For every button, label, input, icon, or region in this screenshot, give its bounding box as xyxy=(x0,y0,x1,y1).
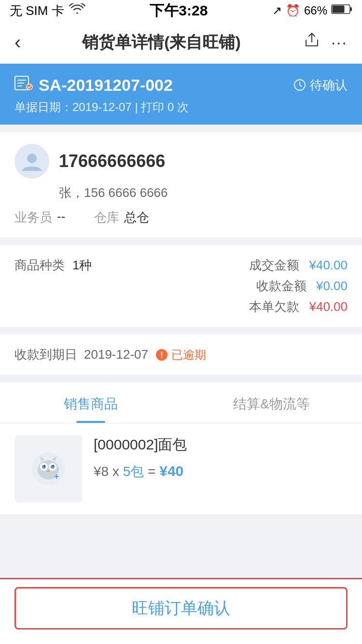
order-header: SA-20191207-002 待确认 单据日期：2019-12-07 | 打印… xyxy=(0,64,362,125)
price-equals: = xyxy=(148,464,155,479)
customer-section: 17666666666 张，156 6666 6666 业务员 -- 仓库 总仓 xyxy=(0,132,362,238)
order-id-text: SA-20191207-002 xyxy=(39,76,173,95)
deal-amount-row: 成交金额 ¥40.00 xyxy=(249,257,348,274)
product-quantity: 5包 xyxy=(123,464,144,479)
product-total: ¥40 xyxy=(159,463,183,479)
customer-meta: 业务员 -- 仓库 总仓 xyxy=(14,209,348,226)
overdue-badge: 已逾期 xyxy=(155,347,206,363)
customer-phone: 17666666666 xyxy=(59,151,165,171)
salesperson-value: -- xyxy=(57,209,65,226)
svg-point-17 xyxy=(44,465,45,467)
due-label: 本单欠款 xyxy=(249,298,299,315)
due-value: ¥40.00 xyxy=(309,299,348,314)
svg-point-8 xyxy=(161,356,163,358)
due-row: 本单欠款 ¥40.00 xyxy=(249,298,348,315)
product-image: + xyxy=(14,435,82,503)
product-kind-label: 商品种类 xyxy=(14,257,65,274)
page-title: 销货单详情(来自旺铺) xyxy=(82,31,241,54)
deal-amount-value: ¥40.00 xyxy=(309,258,348,273)
status-left: 无 SIM 卡 xyxy=(10,2,85,19)
tab-sales-products[interactable]: 销售商品 xyxy=(0,382,181,423)
wifi-icon xyxy=(69,3,85,18)
status-time: 下午3:28 xyxy=(150,1,208,21)
more-icon[interactable]: ··· xyxy=(331,33,348,52)
status-bar: 无 SIM 卡 下午3:28 ↗ ⏰ 66% xyxy=(0,0,362,21)
salesperson-field: 业务员 -- xyxy=(14,209,65,226)
nav-actions: ··· xyxy=(302,31,348,53)
svg-rect-1 xyxy=(350,7,352,11)
svg-point-6 xyxy=(27,154,37,163)
warehouse-label: 仓库 xyxy=(94,209,119,226)
svg-text:+: + xyxy=(54,472,59,481)
price-value: ¥8 xyxy=(94,464,109,479)
order-date: 单据日期：2019-12-07 | 打印 0 次 xyxy=(14,99,348,115)
summary-left: 商品种类 1种 xyxy=(14,257,92,274)
battery-label: 66% xyxy=(304,4,327,17)
product-info: [0000002]面包 ¥8 x 5包 = ¥40 xyxy=(94,435,348,481)
avatar xyxy=(14,144,49,179)
warehouse-field: 仓库 总仓 xyxy=(94,209,149,226)
product-kind-value: 1种 xyxy=(72,257,92,274)
deal-amount-label: 成交金额 xyxy=(249,257,299,274)
battery-icon xyxy=(331,4,352,17)
due-date-section: 收款到期日 2019-12-07 已逾期 xyxy=(0,335,362,375)
product-item: + [0000002]面包 ¥8 x 5包 = ¥40 xyxy=(0,423,362,514)
bottom-bar: 旺铺订单确认 xyxy=(0,578,362,644)
received-value: ¥0.00 xyxy=(316,279,348,294)
tabs-section: 销售商品 结算&物流等 xyxy=(0,382,362,514)
received-label: 收款金额 xyxy=(256,278,306,294)
customer-name: 张，156 6666 6666 xyxy=(14,184,348,201)
tab-settlement[interactable]: 结算&物流等 xyxy=(181,382,362,423)
summary-section: 商品种类 1种 成交金额 ¥40.00 收款金额 ¥0.00 本单欠款 ¥40.… xyxy=(0,245,362,327)
summary-right: 成交金额 ¥40.00 收款金额 ¥0.00 本单欠款 ¥40.00 xyxy=(249,257,348,315)
order-status: 待确认 xyxy=(293,77,348,94)
product-price: ¥8 x 5包 = ¥40 xyxy=(94,462,348,481)
tabs-bar: 销售商品 结算&物流等 xyxy=(0,382,362,423)
svg-point-18 xyxy=(53,465,54,467)
location-icon: ↗ xyxy=(272,4,282,17)
svg-point-4 xyxy=(27,84,32,90)
carrier-label: 无 SIM 卡 xyxy=(10,2,64,19)
price-multiply: x xyxy=(112,464,119,479)
nav-bar: ‹ 销货单详情(来自旺铺) ··· xyxy=(0,21,362,64)
svg-rect-2 xyxy=(332,6,344,13)
due-date-label: 收款到期日 xyxy=(14,346,77,363)
salesperson-label: 业务员 xyxy=(14,209,52,226)
alarm-icon: ⏰ xyxy=(286,4,300,17)
due-date-value: 2019-12-07 xyxy=(84,347,148,362)
status-right: ↗ ⏰ 66% xyxy=(272,4,352,17)
order-status-text: 待确认 xyxy=(310,77,348,94)
back-button[interactable]: ‹ xyxy=(14,31,21,53)
warehouse-value: 总仓 xyxy=(124,209,149,226)
share-icon[interactable] xyxy=(302,31,320,53)
received-row: 收款金额 ¥0.00 xyxy=(249,278,348,294)
product-name: [0000002]面包 xyxy=(94,435,348,455)
confirm-button[interactable]: 旺铺订单确认 xyxy=(14,587,348,630)
order-id-row: SA-20191207-002 xyxy=(14,75,173,95)
order-doc-icon xyxy=(14,75,33,95)
overdue-text: 已逾期 xyxy=(171,347,206,363)
